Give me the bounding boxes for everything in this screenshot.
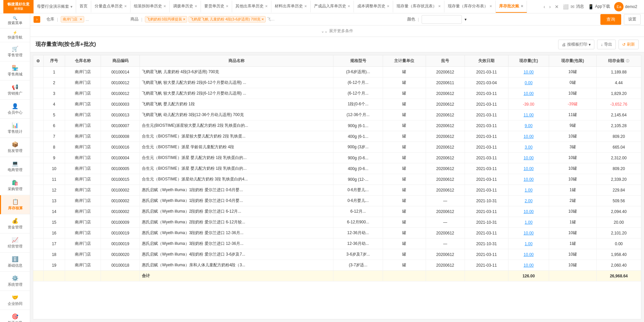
tab-inv-status[interactable]: 现存量（库存状况表） ✕ bbox=[393, 1, 444, 13]
td-stock-main[interactable]: 10.00 bbox=[508, 206, 549, 217]
tab-material[interactable]: 材料出库单历史 ✕ bbox=[271, 1, 311, 13]
td-goods-code: 00100007 bbox=[101, 120, 140, 131]
tab-partial-inventory[interactable]: 分量盘点单历史 ✕ bbox=[91, 1, 130, 13]
tab-prev-btn[interactable]: ‹ bbox=[542, 4, 547, 9]
td-stock-main[interactable]: 1.00 bbox=[508, 238, 549, 249]
tab-requisition[interactable]: 要货单历史 ✕ bbox=[201, 1, 232, 13]
app-download-btn[interactable]: 📱 App下载 bbox=[588, 4, 610, 9]
td-stock-main[interactable]: 10.00 bbox=[508, 228, 549, 238]
th-settings[interactable]: ⚙ bbox=[33, 55, 43, 67]
td-stock-main[interactable]: 10.00 bbox=[508, 88, 549, 99]
tab-close[interactable]: ✕ bbox=[163, 4, 166, 8]
sidebar-item-member[interactable]: 👤 会员中心 bbox=[0, 100, 30, 119]
td-stock-main[interactable]: 9.00 bbox=[508, 120, 549, 131]
goods-tag-1[interactable]: 飞鹤奶粉3段丙裸提装 ✕ bbox=[145, 16, 187, 22]
sidebar-item-retail[interactable]: 🛒 零售管理 bbox=[0, 42, 30, 61]
sidebar-expand-btn[interactable]: › bbox=[34, 16, 40, 23]
sidebar-item-inventory[interactable]: 📋 库存核算 bbox=[0, 195, 30, 214]
goods-tag-2-close[interactable]: ✕ bbox=[261, 17, 264, 21]
td-warehouse: 南岸门店 bbox=[65, 185, 101, 196]
table-row: 12南岸门店00100002惠氏启赋（Wyeth illuma）1段奶粉 爱尔兰… bbox=[33, 185, 641, 196]
td-stock-main[interactable]: 10.00 bbox=[508, 163, 549, 174]
sidebar-item-enterprise[interactable]: 🤝 企业协同 bbox=[0, 291, 30, 310]
sidebar-item-business[interactable]: 📈 经营管理 bbox=[0, 233, 30, 253]
td-goods-name: 合生元（BIOSTIME）派星 学龄前儿童配方奶粉 4段 bbox=[140, 142, 333, 153]
sidebar-item-finance[interactable]: 💰 资金管理 bbox=[0, 214, 30, 233]
tab-close[interactable]: ✕ bbox=[265, 4, 268, 8]
tab-close[interactable]: ✕ bbox=[489, 4, 492, 8]
td-goods-name: 合生元（BIOSTIME）派星 婴儿配方奶粉 1段 乳铁蛋白的... bbox=[140, 153, 333, 163]
tab-close[interactable]: ✕ bbox=[304, 4, 307, 8]
message-btn[interactable]: ✉ 消息 bbox=[571, 4, 584, 9]
tab-mix[interactable]: 调拨单历史 ✕ bbox=[170, 1, 201, 13]
td-unit: 罐 bbox=[383, 196, 426, 206]
goods-more-dots[interactable]: 飞... bbox=[267, 16, 274, 22]
tab-dismantle[interactable]: 组装拆卸单历史 ✕ bbox=[130, 1, 170, 13]
tab-close-all-btn[interactable]: ✕ bbox=[553, 4, 561, 9]
tab-close[interactable]: ✕ bbox=[438, 4, 441, 8]
tab-next-btn[interactable]: › bbox=[547, 4, 553, 9]
td-stock-main[interactable]: 2.00 bbox=[508, 196, 549, 206]
balance-info-icon[interactable]: ⓘ bbox=[626, 59, 629, 63]
settings-button[interactable]: 设置 bbox=[624, 14, 641, 25]
tab-close[interactable]: ✕ bbox=[195, 4, 197, 8]
query-button[interactable]: 查询 bbox=[600, 14, 621, 25]
td-unit: 罐 bbox=[383, 120, 426, 131]
td-unit: 罐 bbox=[383, 217, 426, 228]
sidebar-item-system[interactable]: ⚙️ 系统管理 bbox=[0, 272, 30, 291]
user-area[interactable]: Ea demo2 bbox=[614, 2, 637, 11]
sidebar-quick-nav[interactable]: ⚡ 快捷导航 bbox=[0, 29, 30, 42]
sidebar-item-guide[interactable]: 🎯 新手引导 bbox=[0, 310, 30, 322]
td-stock-main[interactable]: 10.00 bbox=[508, 131, 549, 142]
td-stock-main[interactable]: 1.00 bbox=[508, 217, 549, 228]
tab-more-btn[interactable]: ⬜ bbox=[561, 4, 571, 9]
sidebar-search[interactable]: 🔍 搜索英单 bbox=[0, 13, 30, 29]
tab-cost[interactable]: 成本调整单历史 ✕ bbox=[354, 1, 393, 13]
td-stock-main[interactable]: -39.00 bbox=[508, 99, 549, 110]
td-stock-main[interactable]: 1.00 bbox=[508, 185, 549, 196]
tab-home[interactable]: 首页 bbox=[76, 1, 91, 13]
export-btn[interactable]: ↓ 导出 bbox=[597, 40, 616, 49]
tab-batch-ledger[interactable]: 库存批次账 ✕ bbox=[496, 1, 527, 13]
refresh-btn[interactable]: ↺ 刷新 bbox=[619, 40, 639, 49]
color-filter-input[interactable] bbox=[422, 15, 462, 24]
sidebar-item-retail-stats[interactable]: 📊 零售统计 bbox=[0, 119, 30, 138]
td-stock-main[interactable]: 10.00 bbox=[508, 174, 549, 185]
td-stock-main[interactable]: 0.00 bbox=[508, 77, 549, 88]
sidebar-item-basic[interactable]: ℹ️ 基础信息 bbox=[0, 253, 30, 272]
tab-product-inbound[interactable]: 产成品入库单历史 ✕ bbox=[311, 1, 354, 13]
goods-tag-2-label: 飞鹤星飞帆 儿童奶粉 4段(3-6岁适用) 700克 bbox=[190, 17, 261, 22]
tab-inv-dist[interactable]: 现存量（库存分布表） ✕ bbox=[444, 1, 496, 13]
td-expire: 2021-03-11 bbox=[465, 260, 508, 271]
td-no: 14 bbox=[43, 206, 65, 217]
td-stock-main[interactable]: 10.00 bbox=[508, 153, 549, 163]
sidebar-item-marketing[interactable]: 📢 营销推广 bbox=[0, 80, 30, 100]
tab-close[interactable]: ✕ bbox=[521, 4, 523, 8]
td-stock-main[interactable]: 10.00 bbox=[508, 67, 549, 77]
sidebar-item-retail-mall[interactable]: 🏪 零售商城 bbox=[0, 61, 30, 80]
tab-close[interactable]: ✕ bbox=[387, 4, 389, 8]
expand-more-btn[interactable]: ⌄⌄ 展开更多条件 bbox=[320, 27, 355, 35]
td-stock-main[interactable]: 10.00 bbox=[508, 249, 549, 260]
td-checkbox bbox=[33, 99, 43, 110]
warehouse-more-dots[interactable]: ... bbox=[86, 17, 89, 22]
industry-selector[interactable]: 母婴行业演示账套 ▾ bbox=[34, 0, 76, 13]
td-stock-main[interactable]: 11.00 bbox=[508, 110, 549, 120]
tab-close[interactable]: ✕ bbox=[124, 4, 127, 8]
warehouse-tag-close[interactable]: ✕ bbox=[79, 17, 82, 21]
goods-tag-1-close[interactable]: ✕ bbox=[183, 17, 185, 21]
td-checkbox bbox=[33, 174, 43, 185]
sidebar-item-purchase[interactable]: 🛍️ 采购管理 bbox=[0, 176, 30, 195]
template-print-btn[interactable]: 🖨 按模板打印 ▾ bbox=[558, 40, 594, 49]
sidebar-item-ecommerce[interactable]: 💻 电商管理 bbox=[0, 157, 30, 176]
warehouse-tag-south[interactable]: 南岸门店 ✕ bbox=[61, 16, 84, 22]
td-stock-main[interactable]: 3.00 bbox=[508, 142, 549, 153]
td-goods-name: 惠氏启赋（Wyeth illuma）3段奶粉 爱尔兰进口 12-36月... bbox=[140, 238, 333, 249]
td-stock-main[interactable]: 10.00 bbox=[508, 260, 549, 271]
tab-close[interactable]: ✕ bbox=[226, 4, 228, 8]
sidebar-item-batch[interactable]: 📦 批发管理 bbox=[0, 138, 30, 157]
goods-tag-2[interactable]: 飞鹤星飞帆 儿童奶粉 4段(3-6岁适用) 700克 ✕ bbox=[189, 16, 266, 22]
tab-other-outbound[interactable]: 其他出库单历史 ✕ bbox=[232, 1, 271, 13]
td-no: 8 bbox=[43, 142, 65, 153]
tab-close[interactable]: ✕ bbox=[347, 4, 350, 8]
